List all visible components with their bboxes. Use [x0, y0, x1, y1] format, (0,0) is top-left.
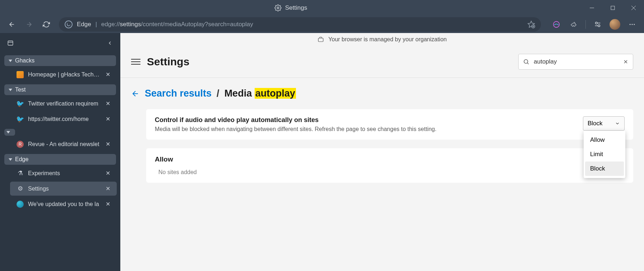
settings-gear-icon — [274, 4, 282, 11]
tab-label: We've updated you to the la — [28, 201, 99, 207]
svg-point-12 — [634, 24, 635, 25]
autoplay-card-title: Control if audio and video play automati… — [155, 116, 583, 124]
window-titlebar: Settings — [0, 0, 644, 16]
tab-item[interactable]: 🐦 https://twitter.com/home ✕ — [10, 112, 117, 126]
allow-sites-card: Allow No sites added — [146, 148, 633, 183]
profile-avatar[interactable] — [607, 17, 622, 32]
window-minimize-button[interactable] — [582, 0, 602, 16]
autoplay-card-description: Media will be blocked when navigating be… — [155, 126, 583, 132]
tab-label: Twitter verification requirem — [28, 101, 99, 107]
tab-group-label: Ghacks — [15, 57, 34, 64]
nav-forward-button[interactable] — [22, 17, 37, 32]
tab-label: Revue - An editorial newslet — [28, 141, 99, 148]
close-tab-icon[interactable]: ✕ — [104, 141, 112, 148]
tab-group-edge[interactable]: Edge — [4, 154, 116, 165]
chevron-down-icon — [9, 89, 12, 91]
tab-group-label: Test — [15, 87, 26, 93]
tab-group-ghacks[interactable]: Ghacks — [4, 55, 116, 66]
twitter-favicon-icon: 🐦 — [17, 100, 24, 107]
svg-rect-2 — [611, 6, 615, 10]
tab-item[interactable]: We've updated you to the la ✕ — [10, 197, 117, 211]
gear-favicon-icon: ⚙ — [17, 185, 24, 192]
svg-point-8 — [596, 22, 598, 24]
favorite-add-icon[interactable] — [527, 20, 535, 28]
tab-group-label: Edge — [15, 156, 28, 163]
close-tab-icon[interactable]: ✕ — [104, 185, 112, 192]
address-separator: | — [96, 21, 97, 28]
tab-item[interactable]: ⚗ Experiments ✕ — [10, 166, 117, 180]
briefcase-icon — [318, 36, 324, 43]
dropdown-option-allow[interactable]: Allow — [585, 133, 624, 147]
tab-group-unnamed[interactable] — [4, 129, 15, 136]
svg-line-17 — [527, 63, 528, 64]
browser-toolbar: Edge | edge://settings/content/mediaAuto… — [0, 16, 644, 33]
settings-menu-toggle[interactable] — [131, 57, 140, 66]
extensions-icon[interactable] — [566, 17, 581, 32]
address-url: edge://settings/content/mediaAutoplay?se… — [101, 21, 253, 28]
svg-point-10 — [630, 24, 631, 25]
svg-point-16 — [524, 60, 528, 64]
window-title: Settings — [285, 4, 307, 11]
address-bar[interactable]: Edge | edge://settings/content/mediaAuto… — [59, 17, 541, 32]
close-tab-icon[interactable]: ✕ — [104, 116, 112, 122]
tab-group-test[interactable]: Test — [4, 84, 116, 95]
chevron-down-icon — [9, 158, 12, 161]
tab-label: Homepage | gHacks Technol — [28, 71, 99, 78]
tab-label: https://twitter.com/home — [28, 116, 99, 122]
tab-item[interactable]: 🐦 Twitter verification requirem ✕ — [10, 97, 117, 111]
dropdown-option-block[interactable]: Block — [585, 162, 624, 176]
chevron-down-icon — [615, 121, 620, 126]
account-manage-icon[interactable] — [590, 17, 605, 32]
breadcrumb: Search results / Media autoplay — [131, 88, 633, 99]
svg-point-11 — [632, 24, 633, 25]
close-tab-icon[interactable]: ✕ — [104, 201, 112, 207]
breadcrumb-current: Media autoplay — [224, 88, 296, 99]
page-title: Settings — [147, 56, 189, 68]
allow-section-empty-text: No sites added — [155, 169, 625, 176]
svg-rect-15 — [319, 38, 324, 42]
allow-section-heading: Allow — [155, 155, 625, 163]
dropdown-selected-value: Block — [588, 120, 603, 127]
breadcrumb-link[interactable]: Search results — [145, 88, 212, 99]
collapse-sidebar-icon[interactable] — [104, 37, 116, 49]
site-favicon-icon — [17, 71, 24, 78]
twitter-favicon-icon: 🐦 — [17, 116, 24, 123]
svg-point-0 — [277, 7, 279, 9]
autoplay-mode-dropdown[interactable]: Block — [583, 116, 625, 131]
edge-logo-icon — [65, 20, 73, 28]
window-maximize-button[interactable] — [602, 0, 623, 16]
settings-search-box[interactable] — [518, 54, 633, 70]
more-menu-button[interactable] — [625, 17, 640, 32]
vertical-tabs-sidebar: Ghacks Homepage | gHacks Technol ✕ Test … — [0, 33, 120, 271]
tab-label: Experiments — [28, 170, 99, 177]
settings-page: Your browser is managed by your organiza… — [120, 33, 644, 271]
address-app-label: Edge — [77, 21, 91, 28]
svg-point-9 — [598, 25, 600, 27]
copilot-icon[interactable] — [549, 17, 564, 32]
chevron-down-icon — [9, 60, 12, 62]
close-tab-icon[interactable]: ✕ — [104, 71, 112, 78]
edge-favicon-icon — [17, 201, 24, 208]
breadcrumb-separator: / — [217, 88, 219, 99]
svg-rect-13 — [8, 41, 13, 45]
nav-back-button[interactable] — [4, 17, 19, 32]
managed-by-org-notice: Your browser is managed by your organiza… — [120, 33, 644, 46]
search-icon — [523, 59, 529, 65]
flask-favicon-icon: ⚗ — [17, 170, 24, 177]
tab-item[interactable]: Homepage | gHacks Technol ✕ — [10, 67, 117, 81]
close-tab-icon[interactable]: ✕ — [104, 100, 112, 107]
tab-item[interactable]: R Revue - An editorial newslet ✕ — [10, 137, 117, 151]
nav-refresh-button[interactable] — [39, 17, 54, 32]
dropdown-option-limit[interactable]: Limit — [585, 147, 624, 162]
toolbar-divider — [585, 20, 586, 29]
close-tab-icon[interactable]: ✕ — [104, 170, 112, 177]
clear-search-icon[interactable] — [623, 59, 629, 65]
settings-search-input[interactable] — [534, 58, 618, 65]
window-close-button[interactable] — [623, 0, 644, 16]
autoplay-dropdown-menu: Allow Limit Block — [584, 131, 625, 178]
search-highlight: autoplay — [255, 88, 296, 99]
chevron-down-icon — [6, 131, 10, 134]
tab-actions-icon[interactable] — [4, 37, 17, 49]
breadcrumb-back-icon[interactable] — [131, 89, 140, 98]
tab-item-active[interactable]: ⚙ Settings ✕ — [10, 182, 117, 196]
